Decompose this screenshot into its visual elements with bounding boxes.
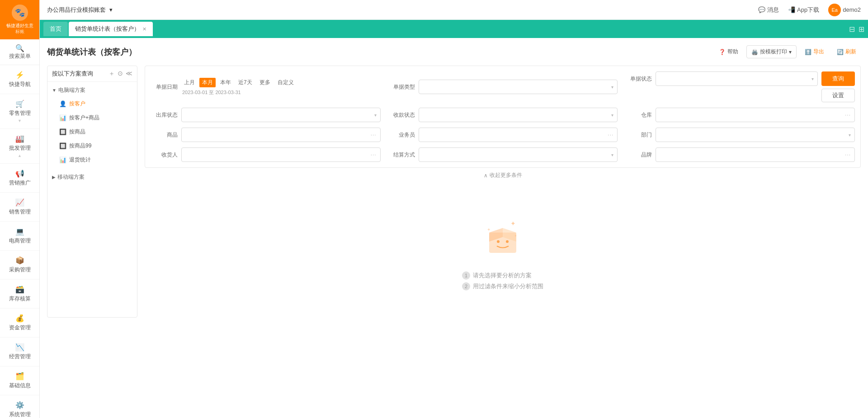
scheme-section-mobile-header[interactable]: ▶ 移动端方案 <box>47 171 137 184</box>
query-button[interactable]: 查询 <box>821 71 855 86</box>
scheme-section-desktop: ▼ 电脑端方案 👤 按客户 📊 按客户+商品 🔲 <box>47 82 137 169</box>
system-icon: ⚙️ <box>15 401 24 409</box>
by-goods-99-label: 按商品99 <box>69 142 91 150</box>
help-button[interactable]: ❓ 帮助 <box>714 46 743 58</box>
tab-bar: 首页 销货单统计表（按客户） ✕ ⊟ ⊞ <box>40 20 868 38</box>
sidebar-item-system[interactable]: ⚙️ 系统管理 <box>0 395 39 418</box>
date-tab-custom[interactable]: 自定义 <box>275 78 297 87</box>
filter-row-settlement: 结算方式 ▾ <box>388 147 618 162</box>
help-icon: ❓ <box>719 49 726 55</box>
ecommerce-label: 电商管理 <box>9 237 31 245</box>
sidebar-item-inventory[interactable]: 🗃️ 库存核算 <box>0 280 39 309</box>
receiver-input[interactable]: ··· <box>181 147 381 162</box>
message-action[interactable]: 💬 消息 <box>758 6 779 14</box>
goods-input[interactable]: ··· <box>181 128 381 142</box>
finance-label: 资金管理 <box>9 324 31 332</box>
scheme-settings-icon[interactable]: ⊙ <box>118 70 123 78</box>
scheme-item-return-stats[interactable]: 📊 退货统计 <box>47 153 137 167</box>
sidebar-item-sales[interactable]: 📈 销售管理 <box>0 193 39 222</box>
scheme-collapse-icon[interactable]: ≪ <box>126 70 132 78</box>
date-tab-last-month[interactable]: 上月 <box>181 78 198 87</box>
scheme-add-icon[interactable]: ＋ <box>108 70 115 78</box>
sidebar-item-wholesale[interactable]: 🏭 批发管理 ▲ <box>0 129 39 164</box>
export-button[interactable]: ⬆️ 导出 <box>800 46 829 58</box>
sidebar-item-ecommerce[interactable]: 💻 电商管理 <box>0 222 39 251</box>
desktop-section-arrow: ▼ <box>52 88 57 93</box>
date-tab-current-year[interactable]: 本年 <box>217 78 234 87</box>
by-customer-goods-icon: 📊 <box>59 114 66 121</box>
template-print-label: 按模板打印 <box>760 48 787 56</box>
scheme-item-by-customer[interactable]: 👤 按客户 <box>47 97 137 111</box>
filter-row-goods: 商品 ··· <box>151 128 381 142</box>
filter-row-order-status-with-btn: 单据状态 ▾ 查询 设置 <box>625 71 855 102</box>
logo-subtitle: 标账 <box>15 28 24 35</box>
collapse-label: 收起更多条件 <box>490 171 522 179</box>
sidebar-item-finance[interactable]: 💰 资金管理 <box>0 309 39 337</box>
workspace-dropdown-icon[interactable]: ▾ <box>109 6 113 13</box>
sidebar: 🐾 畅捷通好生意 标账 🔍 搜索菜单 ⚡ 快捷导航 🛒 零售管理 ▼ 🏭 批发管… <box>0 0 40 418</box>
system-label: 系统管理 <box>9 411 31 418</box>
scheme-section-mobile: ▶ 移动端方案 <box>47 169 137 185</box>
scheme-item-by-goods[interactable]: 🔲 按商品 <box>47 125 137 139</box>
refresh-label: 刷新 <box>845 48 856 56</box>
template-print-button[interactable]: 🖨️ 按模板打印 ▾ <box>746 45 797 58</box>
out-status-input[interactable]: ▾ <box>181 108 381 122</box>
sidebar-item-purchase[interactable]: 📦 采购管理 <box>0 251 39 280</box>
brand-input[interactable]: ··· <box>656 147 855 162</box>
tab-sales-stats[interactable]: 销货单统计表（按客户） ✕ <box>69 22 153 36</box>
by-goods-99-icon: 🔲 <box>59 142 66 149</box>
user-action[interactable]: Ea demo2 <box>828 4 861 16</box>
refresh-button[interactable]: 🔄 刷新 <box>832 46 861 58</box>
tab-maximize-btn[interactable]: ⊞ <box>859 25 864 33</box>
sidebar-item-basic[interactable]: 🗂️ 基础信息 <box>0 366 39 395</box>
date-tab-more[interactable]: 更多 <box>257 78 273 87</box>
settlement-input[interactable]: ▾ <box>419 147 618 162</box>
settings-button[interactable]: 设置 <box>821 89 855 102</box>
payment-status-input[interactable]: ▾ <box>419 108 618 122</box>
tab-home[interactable]: 首页 <box>43 22 68 36</box>
scheme-item-by-goods-99[interactable]: 🔲 按商品99 <box>47 139 137 153</box>
tab-minimize-btn[interactable]: ⊟ <box>849 25 855 33</box>
salesperson-label: 业务员 <box>388 131 415 139</box>
empty-hint-2: 2 用过滤条件来缩小分析范围 <box>462 282 543 290</box>
collapse-up-icon: ∧ <box>484 172 488 179</box>
settlement-label: 结算方式 <box>388 151 415 159</box>
page-title: 销货单统计表（按客户） <box>47 47 137 57</box>
return-stats-icon: 📊 <box>59 157 66 163</box>
shortcut-icon: ⚡ <box>15 71 24 79</box>
filter-row-warehouse: 仓库 ··· <box>625 108 855 122</box>
date-tab-current-month[interactable]: 本月 <box>199 78 216 87</box>
warehouse-label: 仓库 <box>625 111 652 119</box>
workspace-title: 办公用品行业模拟账套 <box>47 6 106 14</box>
sidebar-item-operations[interactable]: 📉 经营管理 <box>0 337 39 366</box>
scheme-panel: 按以下方案查询 ＋ ⊙ ≪ ▼ 电脑端方案 👤 <box>47 66 137 318</box>
svg-point-6 <box>497 240 500 243</box>
help-label: 帮助 <box>727 48 738 56</box>
order-status-input[interactable]: ▾ <box>656 71 818 86</box>
scheme-section-desktop-header[interactable]: ▼ 电脑端方案 <box>47 84 137 97</box>
department-dropdown-icon: ▾ <box>849 133 851 138</box>
out-status-label: 出库状态 <box>151 111 178 119</box>
purchase-icon: 📦 <box>15 256 24 265</box>
app-download-action[interactable]: 📲 App下载 <box>788 6 819 14</box>
filter-grid: 单据日期 上月 本月 本年 近7天 更多 自定义 20 <box>145 66 861 168</box>
filter-row-receiver: 收货人 ··· <box>151 147 381 162</box>
sidebar-item-shortcut[interactable]: ⚡ 快捷导航 <box>0 65 39 94</box>
date-label: 单据日期 <box>151 83 178 91</box>
department-input[interactable]: ▾ <box>656 128 855 142</box>
sidebar-search-menu[interactable]: 🔍 搜索菜单 <box>0 39 39 65</box>
scheme-item-by-customer-goods[interactable]: 📊 按客户+商品 <box>47 111 137 125</box>
sidebar-item-marketing[interactable]: 📢 营销推广 <box>0 164 39 193</box>
collapse-bar[interactable]: ∧ 收起更多条件 <box>145 168 861 183</box>
sidebar-item-retail[interactable]: 🛒 零售管理 ▼ <box>0 94 39 129</box>
salesperson-input[interactable]: ··· <box>419 128 618 142</box>
tab-close-icon[interactable]: ✕ <box>142 26 146 32</box>
warehouse-more-icon: ··· <box>845 112 851 118</box>
warehouse-input[interactable]: ··· <box>656 108 855 122</box>
date-filter-tabs: 上月 本月 本年 近7天 更多 自定义 <box>181 78 381 87</box>
app-download-icon: 📲 <box>788 6 795 13</box>
date-tab-last-7[interactable]: 近7天 <box>236 78 255 87</box>
order-type-input[interactable]: ▾ <box>419 80 618 94</box>
filter-row-order-status: 单据状态 ▾ <box>625 71 818 86</box>
logo-text: 畅捷通好生意 <box>6 23 33 28</box>
